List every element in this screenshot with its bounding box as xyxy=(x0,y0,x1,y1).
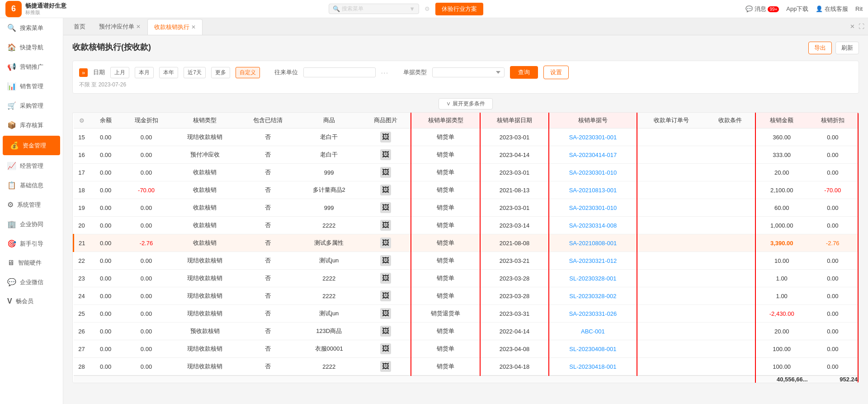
top-bar-middle: 🔍 搜索菜单 ▼ ⚙ 休验行业方案 xyxy=(70,3,742,15)
col-verify-bill-date: 核销单据日期 xyxy=(480,113,549,128)
main-content: 首页 预付冲应付单 ✕ 收款核销执行 ✕ ✕ ⛶ 收款核销执行(按收款) xyxy=(63,18,868,404)
table-body: 150.000.00现结收款核销否老白干🖼销货单2023-03-01SA-202… xyxy=(74,128,859,376)
table-row: 250.000.00现结收款核销否测试jun🖼销货退货单2023-03-31SA… xyxy=(74,305,859,323)
top-search-area[interactable]: 🔍 搜索菜单 ▼ xyxy=(329,4,419,14)
purchase-icon: 🛒 xyxy=(7,101,16,110)
main-layout: 🔍 搜索菜单 🏠 快捷导航 📢 营销推广 📊 销售管理 🛒 采购管理 📦 库存核… xyxy=(0,18,868,404)
filter-toggle-btn[interactable]: » xyxy=(79,68,88,77)
page-inner: 收款核销执行(按收款) 导出 刷新 » 日期 上月 本月 本年 xyxy=(63,35,868,390)
table-row: 260.000.00预收款核销否123D商品🖼销货单2022-04-14ABC-… xyxy=(74,323,859,340)
sidebar-item-guide[interactable]: 🎯 新手引导 xyxy=(0,234,63,253)
bill-type-select[interactable] xyxy=(432,67,505,77)
sidebar-item-search[interactable]: 🔍 搜索菜单 xyxy=(0,18,63,38)
col-verify-bill-no: 核销单据号 xyxy=(549,113,637,128)
sidebar-item-label: 搜索菜单 xyxy=(20,24,43,32)
counterpart-label: 往来单位 xyxy=(274,68,298,76)
refresh-btn[interactable]: 刷新 xyxy=(835,42,859,54)
date-last-month-btn[interactable]: 上月 xyxy=(110,67,129,78)
sidebar-item-smart-hw[interactable]: 🖥 智能硬件 xyxy=(0,253,63,272)
sidebar-item-enterprise[interactable]: 🏢 企业协同 xyxy=(0,214,63,234)
page-title-actions: 导出 刷新 xyxy=(808,42,859,54)
sidebar-item-basic-info[interactable]: 📋 基础信息 xyxy=(0,176,63,195)
table-row: 280.000.00现结收款核销否2222🖼销货单2023-04-18SL-20… xyxy=(74,358,859,376)
expand-chevron-icon: ∨ xyxy=(446,100,452,107)
table-wrap: ⚙ 余额 现金折扣 核销类型 包含已结清 商品 商品图片 核销单据类型 核销单据… xyxy=(72,112,859,383)
col-goods-image: 商品图片 xyxy=(361,113,411,128)
col-verify-bill-type: 核销单据类型 xyxy=(411,113,480,128)
tab-bar-actions: ✕ ⛶ xyxy=(850,23,864,30)
sidebar-item-sales[interactable]: 📊 销售管理 xyxy=(0,76,63,96)
bill-type-label: 单据类型 xyxy=(403,68,427,76)
date-this-year-btn[interactable]: 本年 xyxy=(159,67,178,78)
query-btn[interactable]: 查询 xyxy=(510,66,538,79)
counterpart-dots: ··· xyxy=(381,69,389,76)
sidebar-item-label: 快捷导航 xyxy=(20,43,43,52)
header-row: ⚙ 余额 现金折扣 核销类型 包含已结清 商品 商品图片 核销单据类型 核销单据… xyxy=(74,113,859,128)
gear-icon[interactable]: ⚙ xyxy=(79,117,85,124)
message-btn[interactable]: 💬 消息 99+ xyxy=(745,5,779,13)
sidebar-item-operations[interactable]: 📈 经营管理 xyxy=(0,156,63,176)
table-header: ⚙ 余额 现金折扣 核销类型 包含已结清 商品 商品图片 核销单据类型 核销单据… xyxy=(74,113,859,128)
sales-icon: 📊 xyxy=(7,82,16,90)
tab-bar: 首页 预付冲应付单 ✕ 收款核销执行 ✕ ✕ ⛶ xyxy=(63,18,868,35)
tab-home[interactable]: 首页 xyxy=(67,19,92,34)
date-custom-btn[interactable]: 自定义 xyxy=(236,67,260,78)
date-this-month-btn[interactable]: 本月 xyxy=(135,67,154,78)
industry-btn[interactable]: 休验行业方案 xyxy=(435,3,483,15)
app-download-btn[interactable]: App下载 xyxy=(786,5,808,13)
table-row: 160.000.00预付冲应收否老白干🖼销货单2023-04-14SA-2023… xyxy=(74,146,859,164)
tab-expand-icon[interactable]: ⛶ xyxy=(859,23,864,30)
footer-verify-discount: 952.24 xyxy=(808,375,858,383)
date-range-display: 不限 至 2023-07-26 xyxy=(79,81,852,89)
sidebar-item-marketing[interactable]: 📢 营销推广 xyxy=(0,57,63,76)
export-btn[interactable]: 导出 xyxy=(808,42,832,54)
table-row: 190.000.00收款核销否999🖼销货单2023-03-01SA-20230… xyxy=(74,199,859,217)
sidebar-item-system[interactable]: ⚙ 系统管理 xyxy=(0,195,63,214)
settings-btn[interactable]: 设置 xyxy=(543,66,569,79)
col-balance: 余额 xyxy=(90,113,122,128)
expand-more-btn[interactable]: ∨ 展开更多条件 xyxy=(439,98,492,109)
sidebar-item-label: 企业微信 xyxy=(20,278,43,286)
tab-prepay[interactable]: 预付冲应付单 ✕ xyxy=(92,19,147,34)
expand-more-row: ∨ 展开更多条件 xyxy=(72,98,859,109)
inventory-icon: 📦 xyxy=(7,121,16,129)
online-service-btn[interactable]: 👤 在线客服 xyxy=(816,5,848,13)
sidebar-item-inventory[interactable]: 📦 库存核算 xyxy=(0,115,63,135)
enterprise-icon: 🏢 xyxy=(7,220,16,228)
table-row: 150.000.00现结收款核销否老白干🖼销货单2023-03-01SA-202… xyxy=(74,128,859,146)
data-table: ⚙ 余额 现金折扣 核销类型 包含已结清 商品 商品图片 核销单据类型 核销单据… xyxy=(73,113,859,383)
guide-icon: 🎯 xyxy=(7,239,16,248)
sidebar: 🔍 搜索菜单 🏠 快捷导航 📢 营销推广 📊 销售管理 🛒 采购管理 📦 库存核… xyxy=(0,18,63,404)
wechat-icon: 💬 xyxy=(7,278,16,286)
marketing-icon: 📢 xyxy=(7,62,16,71)
footer-spacer xyxy=(74,375,755,383)
top-bar-right: 💬 消息 99+ App下载 👤 在线客服 Rit xyxy=(745,5,863,13)
company-name: 畅捷通谱好生意 xyxy=(25,2,66,10)
sidebar-item-finance[interactable]: 💰 资金管理 xyxy=(3,136,60,155)
col-gear[interactable]: ⚙ xyxy=(74,113,90,128)
counterpart-input[interactable] xyxy=(303,67,376,77)
sidebar-item-member[interactable]: V 畅会员 xyxy=(0,292,63,311)
footer-verify-amount: 40,556,66... xyxy=(755,375,808,383)
finance-icon: 💰 xyxy=(10,141,19,150)
sidebar-item-label: 企业协同 xyxy=(20,220,43,228)
sidebar-item-wechat[interactable]: 💬 企业微信 xyxy=(0,272,63,292)
table-row: 170.000.00收款核销否999🖼销货单2023-03-01SA-20230… xyxy=(74,164,859,181)
tab-close-all-icon[interactable]: ✕ xyxy=(850,23,855,30)
sidebar-item-label: 畅会员 xyxy=(16,297,33,305)
date-more-btn[interactable]: 更多 xyxy=(211,67,230,78)
tab-verify[interactable]: 收款核销执行 ✕ xyxy=(147,19,203,35)
close-verify-tab[interactable]: ✕ xyxy=(191,24,196,30)
smart-hw-icon: 🖥 xyxy=(7,259,14,267)
close-prepay-tab[interactable]: ✕ xyxy=(136,24,141,30)
sidebar-item-quick-nav[interactable]: 🏠 快捷导航 xyxy=(0,38,63,57)
table-row: 200.000.00收款核销否2222🖼销货单2023-03-14SA-2023… xyxy=(74,217,859,234)
sidebar-item-label: 营销推广 xyxy=(20,63,43,71)
date-7days-btn[interactable]: 近7天 xyxy=(184,67,206,78)
table-row: 210.00-2.76收款核销否测试多属性🖼销货单2021-08-08SA-20… xyxy=(74,234,859,252)
sidebar-item-label: 销售管理 xyxy=(20,82,43,90)
table-row: 230.000.00现结收款核销否2222🖼销货单2023-03-28SL-20… xyxy=(74,270,859,287)
sidebar-item-purchase[interactable]: 🛒 采购管理 xyxy=(0,96,63,115)
table-row: 220.000.00现结收款核销否测试jun🖼销货单2023-03-21SA-2… xyxy=(74,252,859,270)
sidebar-item-label: 采购管理 xyxy=(20,102,43,110)
